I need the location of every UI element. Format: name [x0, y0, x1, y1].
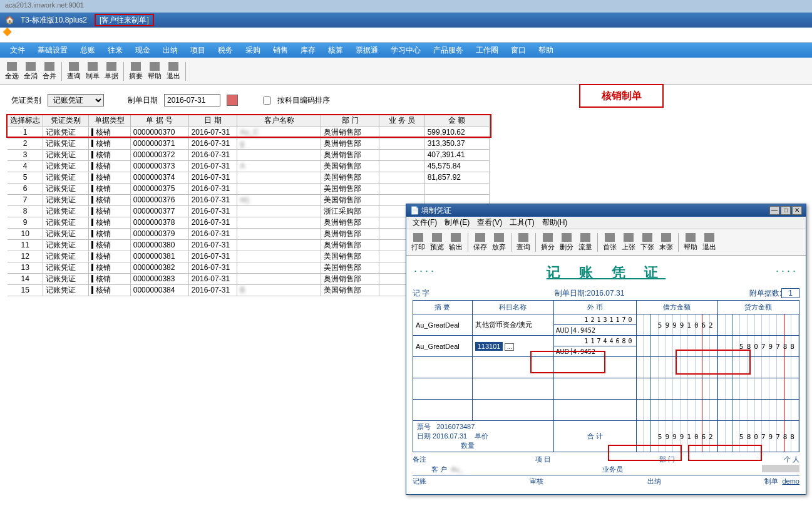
menu-item[interactable]: 采购	[239, 45, 267, 56]
toolbar-btn-合并[interactable]: 合并	[40, 60, 59, 83]
menu-item[interactable]: 学习中心	[384, 45, 427, 56]
toolbar-btn-预览[interactable]: 预览	[428, 231, 446, 254]
main-menu: 文件基础设置总账往来现金出纳项目税务采购销售库存核算票据通学习中心产品服务工作圈…	[0, 43, 812, 58]
app-title: T3-标准版10.8plus2	[21, 13, 87, 28]
vmenu-item[interactable]: 文件(F)	[410, 217, 439, 228]
col-header[interactable]: 金 额	[424, 115, 489, 127]
末张-icon	[661, 233, 671, 242]
minimize-button[interactable]: —	[769, 206, 779, 215]
帮助-icon	[686, 233, 696, 242]
查询-icon	[518, 233, 528, 242]
打印-icon	[413, 233, 423, 242]
voucher-dialog: 📄 填制凭证 — □ ✕ 文件(F)制单(E)查看(V)工具(T)帮助(H) 打…	[406, 204, 806, 296]
toolbar-btn-首张[interactable]: 首张	[600, 231, 619, 254]
menu-item[interactable]: 税务	[212, 45, 239, 56]
toolbar-btn-查询[interactable]: 查询	[514, 231, 533, 254]
date-picker-icon[interactable]	[227, 95, 238, 106]
annotation-label: 核销制单	[579, 84, 664, 108]
menu-item[interactable]: 项目	[184, 45, 212, 56]
menu-item[interactable]: 总账	[74, 45, 101, 56]
col-header[interactable]: 部 门	[321, 115, 379, 127]
menu-item[interactable]: 基础设置	[31, 45, 74, 56]
流量-icon	[580, 233, 590, 242]
toolbar-btn-全选[interactable]: 全选	[3, 60, 21, 83]
col-header[interactable]: 单据类型	[88, 115, 130, 127]
voucher-type-select[interactable]: 记账凭证	[48, 94, 104, 106]
menu-item[interactable]: 窗口	[505, 45, 532, 56]
首张-icon	[605, 233, 615, 242]
vmenu-item[interactable]: 查看(V)	[475, 217, 505, 228]
menu-item[interactable]: 票据通	[349, 45, 384, 56]
maximize-button[interactable]: □	[781, 206, 791, 215]
menu-item[interactable]: 核算	[322, 45, 349, 56]
toolbar-btn-查询[interactable]: 查询	[64, 60, 83, 83]
col-header[interactable]: 选择标志	[8, 115, 43, 127]
toolbar-btn-摘要[interactable]: 摘要	[126, 60, 145, 83]
menu-item[interactable]: 文件	[4, 45, 31, 56]
预览-icon	[432, 233, 442, 242]
放弃-icon	[494, 233, 504, 242]
toolbar-btn-保存[interactable]: 保存	[471, 231, 490, 254]
table-row[interactable]: 2记账凭证核销00000003712016-07-31g奥洲销售部313,350…	[8, 138, 490, 149]
toolbar-btn-输出[interactable]: 输出	[446, 231, 465, 254]
menu-item[interactable]: 现金	[129, 45, 157, 56]
toolbar-btn-删分[interactable]: 删分	[557, 231, 576, 254]
menu-item[interactable]: 产品服务	[427, 45, 470, 56]
menu-item[interactable]: 帮助	[532, 45, 560, 56]
make-date-label: 制单日期	[128, 95, 158, 106]
toolbar-btn-帮助[interactable]: 帮助	[145, 60, 164, 83]
menu-item[interactable]: 往来	[101, 45, 129, 56]
col-header[interactable]: 凭证类别	[43, 115, 88, 127]
toolbar-btn-上张[interactable]: 上张	[619, 231, 638, 254]
menu-item[interactable]: 库存	[294, 45, 322, 56]
toolbar-btn-插分[interactable]: 插分	[538, 231, 557, 254]
vmenu-item[interactable]: 制单(E)	[442, 217, 472, 228]
col-header[interactable]: 单 据 号	[130, 115, 188, 127]
toolbar-btn-末张[interactable]: 末张	[657, 231, 676, 254]
attach-count-value[interactable]: 1	[781, 288, 799, 296]
menu-item[interactable]: 销售	[267, 45, 294, 56]
toolbar-btn-制单[interactable]: 制单	[83, 60, 102, 83]
close-button[interactable]: ✕	[792, 206, 802, 215]
table-row[interactable]: 1记账凭证核销00000003702016-07-31Au_C奥洲销售部599,…	[8, 127, 490, 138]
voucher-menu: 文件(F)制单(E)查看(V)工具(T)帮助(H)	[406, 217, 806, 229]
toolbar-btn-退出[interactable]: 退出	[164, 60, 183, 83]
vmenu-item[interactable]: 帮助(H)	[540, 217, 570, 228]
输出-icon	[451, 233, 461, 242]
voucher-win-title: 填制凭证	[421, 206, 451, 215]
上张-icon	[624, 233, 634, 242]
voucher-type-label: 凭证类别	[11, 95, 41, 106]
sort-by-code-checkbox[interactable]	[263, 96, 271, 105]
table-row[interactable]: 3记账凭证核销00000003722016-07-31奥洲销售部407,391.…	[8, 149, 490, 160]
toolbar-btn-打印[interactable]: 打印	[409, 231, 428, 254]
col-header[interactable]: 日 期	[188, 115, 237, 127]
table-row[interactable]: 5记账凭证核销00000003742016-07-31美国销售部81,857.9…	[8, 172, 490, 183]
main-toolbar: 全选全消合并查询制单单据摘要帮助退出	[0, 58, 812, 85]
col-header[interactable]: 业 务 员	[379, 115, 424, 127]
toolbar-btn-下张[interactable]: 下张	[638, 231, 657, 254]
toolbar-btn-放弃[interactable]: 放弃	[490, 231, 508, 254]
make-date-label2: 制单日期:	[555, 289, 587, 296]
toolbar-btn-全消[interactable]: 全消	[21, 60, 40, 83]
退出-icon	[168, 62, 178, 71]
menu-item[interactable]: 工作圈	[470, 45, 505, 56]
查询-icon	[69, 62, 79, 71]
make-date-value: 2016.07.31	[587, 289, 624, 296]
col-header[interactable]: 客户名称	[237, 115, 321, 127]
table-row[interactable]: 6记账凭证核销00000003752016-07-31美国销售部	[8, 183, 490, 194]
menu-item[interactable]: 出纳	[157, 45, 184, 56]
toolbar-btn-单据[interactable]: 单据	[102, 60, 121, 83]
toolbar-btn-帮助[interactable]: 帮助	[681, 231, 700, 254]
make-date-input[interactable]	[164, 94, 220, 106]
摘要-icon	[131, 62, 141, 71]
outer-titlebar: aca2013.imwork.net:9001	[0, 0, 812, 13]
voucher-doc-title: 记 账 凭 证	[413, 263, 799, 282]
table-row[interactable]: 4记账凭证核销00000003732016-07-31A美国销售部45,575.…	[8, 160, 490, 172]
toolbar-btn-流量[interactable]: 流量	[576, 231, 595, 254]
voucher-toolbar: 打印预览输出保存放弃查询插分删分流量首张上张下张末张帮助退出	[406, 229, 806, 256]
退出-icon	[704, 233, 714, 242]
filter-row: 凭证类别 记账凭证 制单日期 按科目编码排序	[0, 85, 812, 115]
toolbar-btn-退出[interactable]: 退出	[700, 231, 719, 254]
帮助-icon	[150, 62, 160, 71]
vmenu-item[interactable]: 工具(T)	[507, 217, 537, 228]
